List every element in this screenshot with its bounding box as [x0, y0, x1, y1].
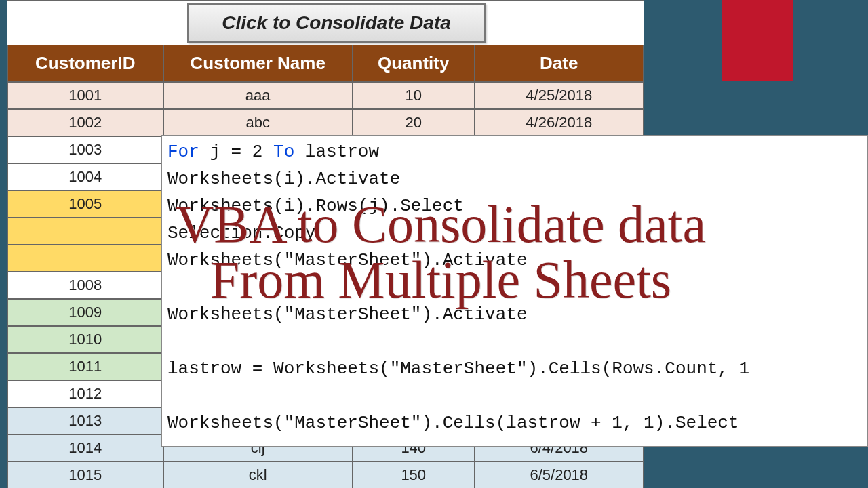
button-row-area: Click to Consolidate Data: [7, 1, 644, 45]
code-line: Worksheets("MasterSheet").Cells(lastrow …: [167, 413, 739, 433]
cell-id[interactable]: 1012: [7, 380, 163, 407]
cell-date[interactable]: 6/5/2018: [475, 462, 644, 488]
decorative-red-block: [722, 0, 793, 81]
code-text: lastrow: [294, 142, 379, 162]
code-text: j = 2: [199, 142, 273, 162]
cell-id[interactable]: 1003: [7, 136, 163, 163]
cell-date[interactable]: 4/25/2018: [475, 82, 644, 109]
code-line: lastrow = Worksheets("MasterSheet").Cell…: [167, 359, 749, 379]
cell-name[interactable]: ckl: [163, 462, 353, 488]
code-line: Worksheets(i).Activate: [167, 169, 400, 189]
column-header-customer-name[interactable]: Customer Name: [163, 45, 353, 82]
keyword-for: For: [167, 142, 199, 162]
cell-id[interactable]: 1011: [7, 353, 163, 380]
table-row[interactable]: 1002abc204/26/2018: [7, 109, 644, 136]
table-header-row: CustomerID Customer Name Quantity Date: [7, 45, 644, 82]
table-row[interactable]: 1015ckl1506/5/2018: [7, 462, 644, 488]
cell-id[interactable]: 1014: [7, 434, 163, 462]
cell-id[interactable]: 1013: [7, 407, 163, 434]
code-line: Worksheets(i).Rows(j).Select: [167, 196, 464, 216]
cell-id[interactable]: 1004: [7, 163, 163, 190]
cell-id[interactable]: 1002: [7, 109, 163, 136]
column-header-date[interactable]: Date: [475, 45, 644, 82]
code-blank: [167, 331, 178, 352]
cell-id[interactable]: 1015: [7, 462, 163, 488]
table-row[interactable]: 1001aaa104/25/2018: [7, 82, 644, 109]
cell-name[interactable]: abc: [163, 109, 353, 136]
cell-qty[interactable]: 10: [353, 82, 475, 109]
code-line: Selection.Copy: [167, 223, 315, 243]
keyword-to: To: [273, 142, 294, 162]
cell-id[interactable]: 1005: [7, 190, 163, 218]
cell-qty[interactable]: 150: [353, 462, 475, 488]
cell-id[interactable]: 1010: [7, 326, 163, 353]
vba-code-panel: For j = 2 To lastrow Worksheets(i).Activ…: [161, 135, 868, 447]
cell-date[interactable]: 4/26/2018: [475, 109, 644, 136]
code-line: Worksheets("MasterSheet").Activate: [167, 250, 528, 270]
cell-qty[interactable]: 20: [353, 109, 475, 136]
cell-id[interactable]: 1008: [7, 272, 163, 299]
cell-id[interactable]: 1009: [7, 299, 163, 326]
consolidate-button[interactable]: Click to Consolidate Data: [187, 3, 486, 43]
cell-id[interactable]: [7, 218, 163, 245]
column-header-quantity[interactable]: Quantity: [353, 45, 475, 82]
cell-id[interactable]: 1001: [7, 82, 163, 109]
cell-name[interactable]: aaa: [163, 82, 353, 109]
code-line: Worksheets("MasterSheet").Activate: [167, 304, 528, 325]
column-header-customerid[interactable]: CustomerID: [7, 45, 163, 82]
code-blank: [167, 386, 178, 406]
code-blank: [167, 277, 178, 298]
cell-id[interactable]: [7, 245, 163, 272]
